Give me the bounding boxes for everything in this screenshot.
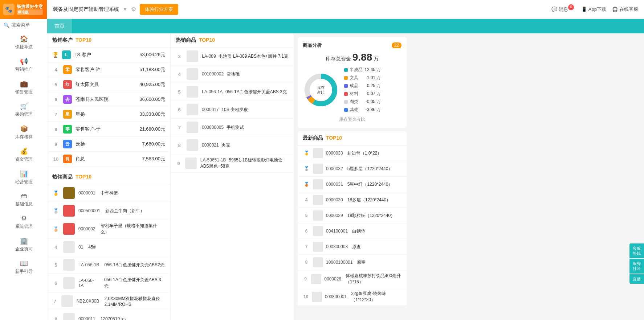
- product-thumb: [187, 122, 198, 133]
- product-thumb: [187, 86, 198, 98]
- table-row: 8 零 零售客户-于 21,680.00元: [47, 122, 170, 137]
- avatar: L: [62, 50, 71, 59]
- new-thumb: [313, 257, 323, 267]
- new-thumb: [313, 210, 323, 221]
- settings-icon[interactable]: ⚙: [131, 6, 136, 13]
- sidebar-item-home[interactable]: 🏠 快捷导航: [0, 31, 47, 54]
- new-thumb: [313, 195, 323, 205]
- online-service-btn[interactable]: 🎧 在线客服: [612, 6, 638, 13]
- topbar-right: 💬 消息 6 📱 App下载 🎧 在线客服: [551, 6, 638, 13]
- legend-dot-other: [344, 108, 348, 112]
- list-item: 8 0000011 12070519-xs: [47, 310, 170, 320]
- hot-products-right-title: 热销商品 TOP10: [176, 37, 215, 44]
- stock-footnote: 库存资金占比: [303, 116, 402, 123]
- system-title: 装备及固定资产辅助管理系统: [53, 6, 119, 13]
- tab-home[interactable]: 首页: [47, 19, 72, 33]
- legend-item: 其他 -3.86 万: [344, 107, 381, 113]
- product-thumb: [63, 259, 75, 271]
- sidebar-item-base[interactable]: 🗃 基础信息: [0, 189, 47, 211]
- list-item: 10 003800001 22g鱼豆腐-烧烤味（1*12*20）: [298, 288, 407, 306]
- table-row: 7 星 星扬 33,333.00元: [47, 107, 170, 122]
- legend-dot-semifinished: [344, 68, 348, 72]
- sidebar-item-purchase[interactable]: 🛒 采购管理: [0, 99, 47, 121]
- donut-chart: 库存 占比: [303, 72, 339, 108]
- trophy-gold-icon: 🏆: [52, 52, 58, 58]
- customer-badge: TOP10: [76, 37, 91, 43]
- product-thumb: [185, 157, 197, 169]
- list-item: 8 10000100001 原室: [298, 255, 407, 270]
- new-thumb: [313, 226, 323, 236]
- sidebar-item-guide[interactable]: 📖 新手引导: [0, 256, 47, 278]
- message-btn[interactable]: 💬 消息 6: [551, 6, 575, 13]
- new-thumb: [313, 164, 323, 174]
- home-icon: 🏠: [20, 35, 28, 43]
- app-download-btn[interactable]: 📱 App下载: [581, 6, 606, 13]
- list-item: 7 000800005 手机测试: [171, 119, 294, 136]
- sidebar-item-inventory[interactable]: 📦 库存核算: [0, 121, 47, 144]
- list-item: 🥉 0000002 智利车子里（规格不知道填什么）: [47, 220, 170, 238]
- logo-text: 畅捷通好生意 标准版: [17, 4, 43, 15]
- list-item: 6 004100001 白钢垫: [298, 223, 407, 239]
- logo-icon: 🐾: [3, 4, 15, 15]
- list-item: 🥈 000500001 新西兰牛肉（新牛）: [47, 202, 170, 220]
- sales-icon: 💼: [20, 80, 28, 88]
- product-thumb: [63, 241, 75, 253]
- avatar: 零: [63, 125, 72, 134]
- hot-products-title: 热销商品 TOP10: [52, 174, 91, 180]
- stock-legend: 半成品 12.45 万 文具 1.01 万 成品 0.25 万: [344, 67, 381, 113]
- main-content: 装备及固定资产辅助管理系统 ▼ ⚙ 体验行业方案 💬 消息 6 📱 App下载 …: [47, 0, 644, 320]
- list-item: 4 001000002 雪地靴: [171, 65, 294, 83]
- new-products-list: 🥇 0000033 封边带（1.0*22） 🥈 0000032 5厘多层（122…: [298, 145, 407, 306]
- svg-text:库存: 库存: [317, 86, 325, 90]
- sidebar-item-operation[interactable]: 📊 经营管理: [0, 166, 47, 189]
- sidebar-item-marketing[interactable]: 📢 营销推广: [0, 54, 47, 76]
- list-item: 3 LA-089 电池盖 LA-089 ABS本色+黑种 7.1克: [171, 48, 294, 65]
- table-row: 6 杏 苍南县人民医院 36,600.00元: [47, 92, 170, 107]
- sidebar-item-sales[interactable]: 💼 销售管理: [0, 76, 47, 99]
- stock-top-badge: 22: [392, 42, 402, 48]
- sidebar-item-enterprise[interactable]: 🏢 企业协同: [0, 233, 47, 256]
- avatar: 肖: [63, 155, 72, 163]
- list-item: 7 NB2.0X30B 2.0X30MM双搓花轴搓花直径2.1MM/ROHS: [47, 292, 170, 310]
- operation-icon: 📊: [20, 170, 28, 178]
- sidebar-item-system[interactable]: ⚙ 系统管理: [0, 211, 47, 233]
- list-item: 7 000800008 原查: [298, 239, 407, 255]
- avatar: 零: [63, 65, 72, 74]
- product-thumb: [187, 104, 198, 115]
- product-thumb: [187, 139, 198, 151]
- float-btn-live[interactable]: 直播: [629, 274, 644, 284]
- product-thumb: [63, 223, 75, 235]
- right-column: 商品分析 22 库存总资金 9.88 万: [294, 33, 410, 320]
- stock-panel: 商品分析 22 库存总资金 9.88 万: [298, 37, 407, 128]
- new-thumb: [313, 179, 323, 189]
- new-thumb: [313, 148, 323, 158]
- list-item: 🥇 0000001 中华神磨: [47, 184, 170, 202]
- float-btn-community[interactable]: 服务社区: [629, 259, 644, 274]
- customer-panel-title: 热销客户 TOP10: [52, 37, 91, 44]
- float-buttons: 客服热线 服务社区 直播: [629, 243, 644, 284]
- customer-rank-table: 🏆 L LS 客户 53,006.26元 4 零 零售客户-许 51,183.0…: [47, 48, 170, 167]
- try-plan-button[interactable]: 体验行业方案: [140, 4, 178, 15]
- table-row: 5 红 红太阳文具 40,925.00元: [47, 77, 170, 92]
- stock-top-bar: 商品分析 22: [303, 42, 402, 49]
- float-btn-service[interactable]: 客服热线: [629, 243, 644, 258]
- new-thumb: [312, 292, 322, 302]
- legend-item: 材料 0.07 万: [344, 91, 381, 97]
- legend-item: 成品 0.25 万: [344, 83, 381, 89]
- list-item: 4 0000030 18多层（1220*2440）: [298, 192, 407, 208]
- customer-panel: 热销客户 TOP10 🏆 L LS 客户 53,006.26元 4 零 零售客户…: [47, 33, 171, 320]
- list-item: 6 LA-056-1A 056-1A白色按键开关盖ABS 3壳: [47, 274, 170, 292]
- hot-products-right-list: 3 LA-089 电池盖 LA-089 ABS本色+黑种 7.1克 4 0010…: [171, 48, 294, 173]
- avatar: 云: [63, 140, 72, 148]
- product-thumb: [63, 187, 75, 199]
- hot-products-badge: TOP10: [76, 174, 91, 180]
- list-item: 8 0000021 夹克: [171, 136, 294, 154]
- list-item: 4 01 45#: [47, 238, 170, 256]
- list-item: 5 0000029 18颗粒板（1220*2440）: [298, 208, 407, 223]
- search-menu[interactable]: 🔍 搜索菜单: [0, 19, 47, 31]
- dropdown-arrow-icon[interactable]: ▼: [123, 7, 127, 12]
- sidebar-item-finance[interactable]: 💰 资金管理: [0, 144, 47, 166]
- legend-item: 半成品 12.45 万: [344, 67, 381, 73]
- hot-products-panel-header: 热销商品 TOP10: [47, 170, 170, 184]
- finance-icon: 💰: [20, 147, 28, 155]
